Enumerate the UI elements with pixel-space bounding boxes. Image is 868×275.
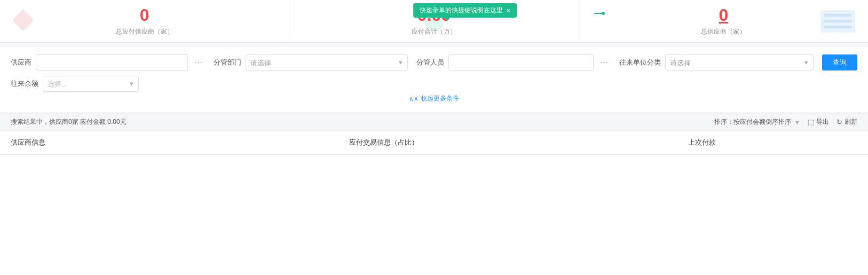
sort-arrow-icon: ▼ xyxy=(794,119,800,125)
collapse-label: 收起更多条件 xyxy=(421,94,459,103)
export-button[interactable]: ⬚ 导出 xyxy=(808,117,829,127)
collapse-button[interactable]: ∧∧ 收起更多条件 xyxy=(409,94,459,103)
th-last-payment: 上次付款 xyxy=(688,138,857,147)
person-field: 分管人员 ··· xyxy=(416,54,611,70)
unit-class-select[interactable]: 请选择 xyxy=(665,54,814,70)
card-icon-bg xyxy=(820,10,855,33)
unit-class-select-wrapper: 请选择 ▼ xyxy=(665,54,814,70)
dept-select-wrapper: 请选择 ▼ xyxy=(246,54,408,70)
collapse-bar: ∧∧ 收起更多条件 xyxy=(11,92,857,108)
th-payable-info: 应付交易信息（占比） xyxy=(349,138,688,147)
payable-amount-label: 应付合计（万） xyxy=(412,27,456,36)
sort-label: 排序：按应付会额倒序排序 xyxy=(714,117,791,127)
supplier-dots-btn[interactable]: ··· xyxy=(192,58,205,67)
balance-label: 往来余额 xyxy=(11,79,38,89)
refresh-button[interactable]: ↻ 刷新 xyxy=(837,117,857,127)
refresh-icon: ↻ xyxy=(837,118,842,126)
stat-payable-total: 0.00 应付合计（万） 快速录单的快捷键说明在这里 × xyxy=(289,0,579,42)
search-row-2: 往来余额 选择... ▼ xyxy=(11,76,857,92)
supplier-field: 供应商 ··· xyxy=(11,54,205,70)
tooltip-text: 快速录单的快捷键说明在这里 xyxy=(420,6,503,15)
result-summary: 搜索结果中，供应商0家 应付金额 0.00元 xyxy=(11,117,127,127)
search-row-1: 供应商 ··· 分管部门 请选择 ▼ 分管人员 ··· 往来单位分类 请选择 xyxy=(11,54,857,70)
person-label: 分管人员 xyxy=(416,58,444,67)
collapse-up-icon: ∧∧ xyxy=(409,95,419,103)
export-label: 导出 xyxy=(816,117,829,127)
export-icon: ⬚ xyxy=(808,118,814,126)
person-dots-btn[interactable]: ··· xyxy=(598,58,611,67)
unit-class-label: 往来单位分类 xyxy=(619,58,661,67)
dept-label: 分管部门 xyxy=(214,58,241,67)
supplier-input[interactable] xyxy=(36,54,188,70)
balance-select[interactable]: 选择... xyxy=(43,76,139,92)
payable-suppliers-label: 总应付供应商（家） xyxy=(116,27,173,36)
dept-field: 分管部门 请选择 ▼ xyxy=(214,54,408,70)
total-suppliers-number: 0 xyxy=(719,6,728,25)
refresh-label: 刷新 xyxy=(845,117,857,127)
balance-field: 往来余额 选择... ▼ xyxy=(11,76,139,92)
person-input[interactable] xyxy=(448,54,594,70)
diamond-icon: ¥ xyxy=(11,8,37,35)
indicator-line xyxy=(594,13,603,14)
table-header: 供应商信息 应付交易信息（占比） 上次付款 xyxy=(0,131,868,155)
total-suppliers-label: 总供应商（家） xyxy=(701,27,746,36)
result-actions: 排序：按应付会额倒序排序 ▼ ⬚ 导出 ↻ 刷新 xyxy=(714,117,857,127)
table-body xyxy=(0,155,868,275)
sort-dropdown[interactable]: 排序：按应付会额倒序排序 ▼ xyxy=(714,117,800,127)
table-area: 供应商信息 应付交易信息（占比） 上次付款 xyxy=(0,131,868,275)
stat-total-suppliers: 0 总供应商（家） xyxy=(579,0,868,42)
payable-suppliers-number: 0 xyxy=(140,6,149,25)
th-supplier-info: 供应商信息 xyxy=(11,138,349,147)
stat-total-payable-suppliers: ¥ 0 总应付供应商（家） xyxy=(0,0,289,42)
search-area: 供应商 ··· 分管部门 请选择 ▼ 分管人员 ··· 往来单位分类 请选择 xyxy=(0,47,868,113)
tooltip-bubble: 快速录单的快捷键说明在这里 × xyxy=(413,3,517,18)
tooltip-close[interactable]: × xyxy=(506,7,510,14)
result-bar: 搜索结果中，供应商0家 应付金额 0.00元 排序：按应付会额倒序排序 ▼ ⬚ … xyxy=(0,113,868,131)
query-button[interactable]: 查询 xyxy=(822,54,857,70)
svg-text:¥: ¥ xyxy=(22,18,25,23)
supplier-label: 供应商 xyxy=(11,58,31,67)
dept-select[interactable]: 请选择 xyxy=(246,54,408,70)
unit-class-field: 往来单位分类 请选择 ▼ xyxy=(619,54,814,70)
stats-bar: ¥ 0 总应付供应商（家） 0.00 应付合计（万） 快速录单的快捷 xyxy=(0,0,868,43)
